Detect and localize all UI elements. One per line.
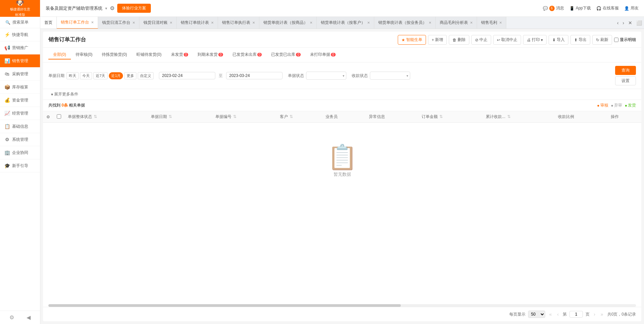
tabs-maximize-button[interactable]: ⬜ (634, 17, 644, 29)
tab-close-sales-summary1[interactable]: ✕ (310, 21, 312, 25)
tabs-prev-button[interactable]: ‹ (615, 17, 621, 29)
page-input[interactable] (569, 311, 583, 318)
tab-gross-margin[interactable]: 商品毛利分析表✕ (436, 17, 477, 29)
trial-button[interactable]: 体验行业方案 (117, 4, 151, 13)
sidebar-item-purchase[interactable]: 🛍 采购管理 (0, 68, 40, 81)
tab-cash-reconcile[interactable]: 钱货日清对账✕ (139, 17, 177, 29)
tab-sales-exec[interactable]: 销售订单执行表✕ (218, 17, 259, 29)
date-btn-自定义[interactable]: 自定义 (138, 72, 154, 79)
prev-page-button[interactable]: ‹ (556, 312, 560, 317)
sort-status-icon[interactable]: ⇅ (94, 114, 97, 119)
horizontal-scrollbar[interactable] (48, 304, 636, 307)
tab-sales-summary1[interactable]: 销货单统计表（按商品）✕ (259, 17, 317, 29)
audit-action-button[interactable]: ● 审核 (597, 103, 608, 108)
filter-tab-overdue-not-shipped[interactable]: 到期未发货0 (193, 50, 228, 59)
date-btn-近1月[interactable]: 近1月 (109, 72, 123, 79)
sidebar-item-marketing[interactable]: 📢 营销推广 (0, 41, 40, 54)
user-button[interactable]: 👤 用友 (624, 5, 639, 11)
status-select[interactable] (306, 72, 346, 80)
delete-button[interactable]: 🗑 删除 (449, 35, 469, 45)
column-settings-icon[interactable]: ⚙ (46, 115, 50, 119)
export-button[interactable]: ⬆ 导出 (570, 35, 590, 45)
cancel-audit-action-button[interactable]: ● 弃审 (611, 103, 622, 108)
add-button[interactable]: + 新增 (428, 35, 447, 45)
date-btn-近7天[interactable]: 近7天 (93, 72, 108, 79)
filter-tab-shipped-not-out[interactable]: 已发货未出库0 (228, 50, 267, 59)
tab-close-sales-summary2[interactable]: ✕ (367, 21, 370, 25)
cancel-stop-button[interactable]: ↩ 取消中止 (493, 35, 521, 45)
show-detail-checkbox-label[interactable]: 显示明细 (614, 37, 636, 43)
date-from-input[interactable] (159, 72, 215, 79)
expand-conditions-button[interactable] (319, 75, 325, 77)
date-btn-今天[interactable]: 今天 (80, 72, 92, 79)
deliver-action-button[interactable]: ● 发货 (625, 103, 636, 108)
tab-home[interactable]: 首页 (40, 17, 57, 29)
app-download-button[interactable]: 📱 App下载 (569, 5, 591, 11)
tab-close-sales-exec[interactable]: ✕ (252, 21, 255, 25)
tabs-close-button[interactable]: ✕ (626, 17, 634, 29)
tab-close-sales-workbench[interactable]: ✕ (91, 21, 94, 24)
sort-collected-icon[interactable]: ⇅ (507, 114, 511, 119)
last-page-button[interactable]: » (599, 312, 605, 317)
tab-close-sales-profit[interactable]: ✕ (499, 21, 502, 25)
filter-tab-pending-audit[interactable]: 待审核(0) (71, 50, 97, 59)
sort-amount-icon[interactable]: ⇅ (439, 114, 443, 119)
sidebar-logo[interactable]: 🐶 畅捷通好生意 标准版 (0, 0, 40, 17)
refresh-button[interactable]: ↻ 刷新 (592, 35, 612, 45)
sidebar-item-guide[interactable]: 🎓 新手引导 (0, 159, 40, 172)
sidebar-item-sales[interactable]: 📊 销售管理 (0, 54, 40, 68)
date-btn-更多[interactable]: 更多 (124, 72, 136, 79)
tab-close-sales-stats[interactable]: ✕ (211, 21, 214, 25)
collapse-icon[interactable]: ◀ (27, 314, 31, 321)
sort-date-icon[interactable]: ⇅ (169, 114, 172, 119)
show-detail-checkbox[interactable] (614, 38, 618, 42)
message-button[interactable]: 💬 6 消息 (543, 5, 564, 11)
tab-sales-profit[interactable]: 销售毛利✕ (477, 17, 506, 29)
per-page-select[interactable]: 10 20 50 100 (528, 311, 545, 318)
filter-tab-all[interactable]: 全部(0) (48, 50, 71, 59)
sidebar-item-quick-nav[interactable]: ⚡ 快捷导航 (0, 28, 40, 41)
tab-sales-stats[interactable]: 销售订单统计表✕ (177, 17, 218, 29)
scrollbar-thumb[interactable] (48, 304, 401, 307)
filter-tab-not-shipped[interactable]: 未发货0 (166, 50, 193, 59)
sidebar-item-system[interactable]: ⚙ 系统管理 (0, 133, 40, 146)
header-settings-icon[interactable]: ⚙ (110, 5, 115, 11)
tab-close-cash-reconcile[interactable]: ✕ (170, 21, 172, 25)
filter-tab-wang-pending[interactable]: 旺铺待发货(0) (132, 50, 166, 59)
sidebar-item-inventory[interactable]: 📦 库存核算 (0, 81, 40, 94)
sidebar-item-operation[interactable]: 📈 经营管理 (0, 107, 40, 120)
filter-tab-not-printed[interactable]: 未打印单据0 (305, 50, 340, 59)
tab-sales-summary3[interactable]: 销货单统计表（按业务员）✕ (374, 17, 436, 29)
sidebar-item-basic-info[interactable]: 📋 基础信息 (0, 120, 40, 133)
tab-close-gross-margin[interactable]: ✕ (470, 21, 473, 25)
filter-tab-shipped-out[interactable]: 已发货已出库0 (266, 50, 305, 59)
stop-button[interactable]: ⊘ 中止 (471, 35, 491, 45)
smart-create-button[interactable]: ★ 智能生单 (398, 35, 426, 45)
tab-sales-summary2[interactable]: 销货单统计表（按客户）✕ (317, 17, 374, 29)
sidebar-item-finance[interactable]: 💰 资金管理 (0, 94, 40, 107)
online-service-button[interactable]: 🎧 在线客服 (596, 5, 619, 11)
query-button[interactable]: 查询 (615, 66, 636, 75)
tab-close-cash-daily[interactable]: ✕ (132, 21, 135, 25)
settings-bottom-icon[interactable]: ⚙ (9, 314, 14, 321)
filter-settings-button[interactable]: 设置 (615, 76, 636, 85)
sort-number-icon[interactable]: ⇅ (233, 114, 237, 119)
sidebar-search[interactable]: 🔍 搜索菜单 (0, 17, 40, 28)
expand-btn[interactable]: ▾ 展开更多条件 (48, 90, 636, 98)
print-button[interactable]: 🖨 打印 ▾ (523, 35, 547, 45)
sidebar-item-enterprise[interactable]: 🏢 企业协同 (0, 146, 40, 159)
tab-cash-daily[interactable]: 钱货日清工作台✕ (98, 17, 139, 29)
next-page-button[interactable]: › (592, 312, 597, 317)
sort-customer-icon[interactable]: ⇅ (290, 114, 293, 119)
filter-tab-pending-inspect[interactable]: 待拣货验货(0) (97, 50, 132, 59)
tab-sales-workbench[interactable]: 销售订单工作台✕ (57, 17, 98, 29)
date-btn-昨天[interactable]: 昨天 (67, 72, 79, 79)
first-page-button[interactable]: « (548, 312, 553, 317)
select-all-checkbox[interactable] (57, 114, 61, 119)
date-to-input[interactable] (226, 72, 283, 79)
tabs-next-button[interactable]: › (620, 17, 626, 29)
import-button[interactable]: ⬇ 导入 (549, 35, 568, 45)
header-dropdown-icon[interactable]: ▾ (105, 6, 107, 11)
tab-close-sales-summary3[interactable]: ✕ (429, 21, 431, 25)
collection-select[interactable] (370, 72, 410, 80)
